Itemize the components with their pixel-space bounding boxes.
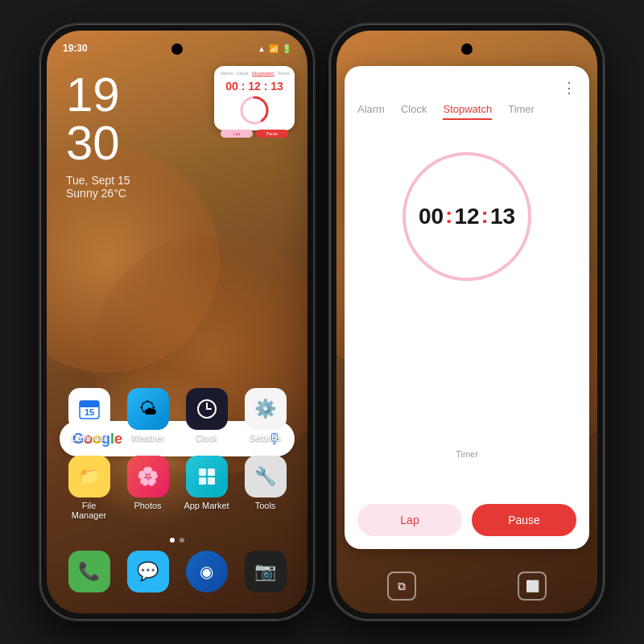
widget-lap-btn[interactable]: Lap [221, 130, 253, 138]
svg-rect-11 [208, 477, 215, 485]
colon1: : [445, 203, 452, 229]
battery-icon: 🔋 [282, 44, 291, 53]
app-item-photos[interactable]: 🌸 Photos [122, 456, 174, 520]
nav-recents-btn[interactable]: ⧉ [387, 572, 416, 601]
clock-app: ⋮ Alarm Clock Stopwatch Timer 00 : [345, 66, 589, 549]
date-display: Tue, Sept 15 Sunny 26°C [66, 174, 308, 200]
pause-button[interactable]: Pause [472, 504, 576, 536]
settings-icon: ⚙️ [245, 388, 287, 430]
dock-store[interactable]: ◉ [186, 551, 228, 592]
minutes-display: 12 [454, 204, 479, 229]
svg-text:15: 15 [84, 407, 93, 417]
app-item-calendar[interactable]: 15 Calendar [64, 388, 115, 443]
widget-tab-alarm[interactable]: Alarm [221, 71, 233, 76]
page-dots [47, 538, 308, 543]
widget-tab-clock[interactable]: Clock [237, 71, 249, 76]
widget-tab-timer[interactable]: Timer [278, 71, 290, 76]
app-item-settings[interactable]: ⚙️ Settings [240, 388, 291, 443]
timer-label: Timer [456, 449, 478, 459]
lap-button[interactable]: Lap [357, 504, 462, 536]
app-tabs: Alarm Clock Stopwatch Timer [357, 103, 576, 120]
more-options-icon[interactable]: ⋮ [562, 79, 576, 97]
weather-label: Weather [131, 433, 164, 443]
status-time-left: 19:30 [63, 43, 88, 54]
app-item-clock[interactable]: Clock [181, 388, 233, 443]
tab-timer[interactable]: Timer [508, 103, 535, 120]
svg-rect-3 [80, 401, 99, 407]
calendar-label: Calendar [71, 433, 107, 443]
dot-1 [170, 538, 175, 543]
nav-bar-right: ⧉ ⬜ [336, 572, 597, 601]
app-header: ⋮ [357, 79, 576, 97]
dock-chat[interactable]: 💬 [127, 551, 169, 592]
svg-rect-10 [199, 477, 206, 485]
market-icon [186, 456, 228, 497]
widget-tab-stopwatch[interactable]: Stopwatch [252, 71, 275, 76]
dock: 📞 💬 ◉ 📷 [60, 546, 295, 597]
svg-rect-9 [208, 469, 215, 476]
app-grid: 15 Calendar 🌤 Weather [47, 388, 308, 533]
phone-left: 19:30 ▲ 📶 🔋 Alarm Clock Stopwatch Timer … [40, 24, 314, 620]
widget-buttons: Lap Pause [221, 130, 288, 138]
seconds-display: 13 [490, 204, 515, 229]
colon2: : [481, 203, 489, 229]
dock-phone[interactable]: 📞 [68, 551, 110, 592]
filemanager-icon: 📁 [68, 456, 110, 497]
tab-stopwatch[interactable]: Stopwatch [443, 103, 492, 120]
widget-time-display: 00 : 12 : 13 [221, 80, 288, 93]
app-item-tools[interactable]: 🔧 Tools [240, 456, 291, 520]
app-row-2: 📁 File Manager 🌸 Photos [60, 456, 295, 520]
tab-clock[interactable]: Clock [401, 103, 427, 120]
app-buttons: Lap Pause [357, 491, 576, 536]
market-label: App Market [184, 501, 229, 510]
clock-label: Clock [196, 433, 218, 443]
phone-right: ⋮ Alarm Clock Stopwatch Timer 00 : [330, 24, 604, 620]
dock-camera[interactable]: 📷 [245, 551, 287, 592]
tab-alarm[interactable]: Alarm [357, 103, 385, 120]
app-item-market[interactable]: App Market [181, 456, 233, 520]
weather-icon: 🌤 [127, 388, 169, 430]
timer-circle: 00 : 12 : 13 [394, 144, 539, 289]
calendar-icon: 15 [68, 388, 110, 430]
phone-left-screen: 19:30 ▲ 📶 🔋 Alarm Clock Stopwatch Timer … [47, 31, 308, 613]
stopwatch-time: 00 : 12 : 13 [419, 203, 515, 230]
clock-icon [186, 388, 228, 430]
photos-label: Photos [134, 501, 161, 510]
settings-label: Settings [250, 433, 282, 443]
timer-display: 00 : 12 : 13 Timer [357, 136, 576, 491]
dot-2 [180, 538, 184, 543]
nav-home-btn[interactable]: ⬜ [518, 572, 547, 601]
widget-pause-btn[interactable]: Pause [256, 130, 288, 138]
signal-icon: 📶 [269, 44, 279, 53]
status-icons-left: ▲ 📶 🔋 [258, 44, 291, 53]
tools-icon: 🔧 [245, 456, 287, 497]
tools-label: Tools [255, 501, 276, 510]
wifi-icon: ▲ [258, 44, 266, 53]
hours-display: 00 [419, 204, 444, 229]
photos-icon: 🌸 [127, 456, 169, 497]
app-item-filemanager[interactable]: 📁 File Manager [64, 456, 115, 520]
widget-tabs: Alarm Clock Stopwatch Timer [221, 71, 288, 76]
phone-right-screen: ⋮ Alarm Clock Stopwatch Timer 00 : [336, 31, 597, 613]
svg-rect-8 [199, 469, 206, 476]
app-item-weather[interactable]: 🌤 Weather [122, 388, 174, 443]
clock-widget[interactable]: Alarm Clock Stopwatch Timer 00 : 12 : 13… [214, 66, 295, 130]
widget-circle [238, 94, 270, 126]
front-camera-right [461, 43, 473, 55]
app-row-1: 15 Calendar 🌤 Weather [60, 388, 295, 443]
front-camera-left [171, 43, 183, 55]
filemanager-label: File Manager [64, 501, 115, 520]
